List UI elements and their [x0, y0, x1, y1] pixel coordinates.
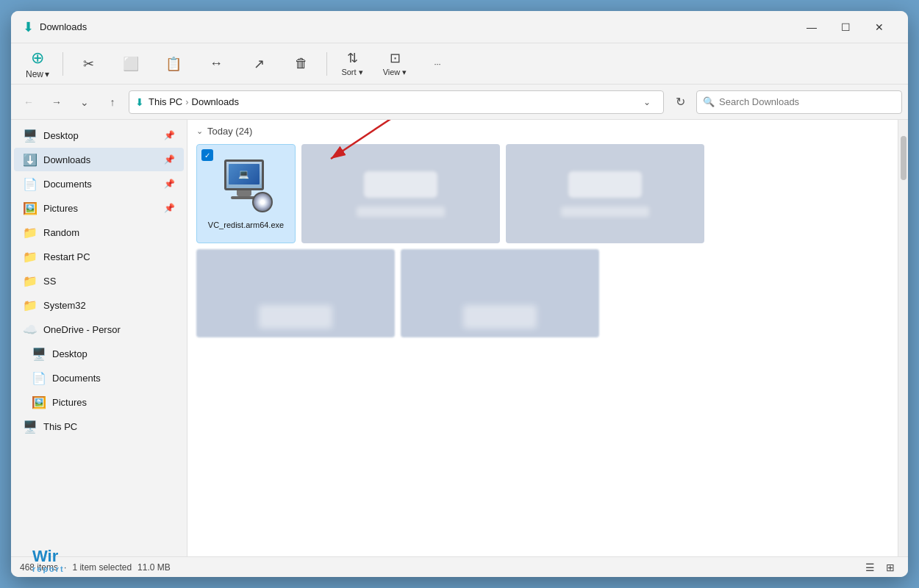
refresh-button[interactable]: ↻ — [668, 90, 692, 114]
grid-view-button[interactable]: ⊞ — [882, 559, 899, 576]
sidebar-label-documents: Documents — [43, 179, 158, 190]
sidebar-label-downloads: Downloads — [43, 154, 158, 165]
onedrive-icon: ☁️ — [23, 323, 37, 337]
view-button[interactable]: ⊡ View ▾ — [374, 47, 415, 81]
sidebar-label-this-pc: This PC — [43, 421, 175, 432]
delete-button[interactable]: 🗑 — [281, 47, 322, 81]
address-downloads-icon: ⬇ — [135, 96, 144, 108]
pin-icon-documents: 📌 — [164, 179, 175, 189]
file-name-vcredist: VC_redist.arm64.exe — [208, 220, 284, 230]
system32-icon: 📁 — [23, 298, 37, 312]
sidebar-label-pictures2: Pictures — [52, 397, 175, 408]
path-sep-1: › — [185, 96, 188, 107]
sidebar-label-desktop2: Desktop — [52, 348, 175, 359]
sidebar-item-desktop[interactable]: 🖥️ Desktop 📌 — [14, 123, 184, 147]
status-selection: 1 item selected — [72, 562, 132, 573]
up-button[interactable]: ↑ — [101, 90, 124, 114]
toolbar-separator-1 — [62, 52, 63, 76]
blurred-file-3[interactable] — [196, 249, 395, 337]
path-downloads: Downloads — [192, 96, 239, 107]
toolbar-separator-2 — [326, 52, 327, 76]
close-button[interactable]: ✕ — [862, 15, 896, 39]
delete-icon: 🗑 — [295, 56, 308, 71]
share-icon: ↗ — [254, 56, 265, 72]
search-box[interactable]: 🔍 — [696, 90, 902, 114]
sidebar-label-pictures: Pictures — [43, 203, 158, 214]
more-button[interactable]: ··· — [417, 47, 458, 81]
rename-icon: ↔ — [210, 56, 223, 71]
files-grid: ✓ 💻 — [196, 144, 889, 243]
search-input[interactable] — [719, 96, 895, 107]
sidebar-item-ss[interactable]: 📁 SS — [14, 269, 184, 293]
file-icon-vcredist: 💻 — [217, 157, 276, 215]
window-controls: — ☐ ✕ — [795, 15, 896, 39]
forward-button[interactable]: → — [45, 90, 68, 114]
address-bar[interactable]: ⬇ This PC › Downloads ⌄ — [129, 90, 664, 114]
ss-icon: 📁 — [23, 274, 37, 288]
sort-icon: ⇅ — [347, 50, 358, 66]
watermark: Wir report — [32, 548, 65, 573]
back-button[interactable]: ← — [17, 90, 40, 114]
restart-pc-icon: 📁 — [23, 250, 37, 264]
blurred-icon-1 — [364, 171, 437, 198]
new-label: New ▾ — [26, 69, 49, 79]
sidebar-label-documents2: Documents — [52, 373, 175, 384]
sidebar-item-system32[interactable]: 📁 System32 — [14, 293, 184, 317]
address-chevron-button[interactable]: ⌄ — [637, 92, 657, 112]
watermark-report-text: report — [32, 564, 65, 573]
blurred-files-row — [301, 144, 704, 243]
status-size: 11.0 MB — [137, 562, 171, 573]
paste-button[interactable]: 📋 — [153, 47, 194, 81]
recent-button[interactable]: ⌄ — [73, 90, 96, 114]
watermark-wr-text: Wir — [32, 548, 58, 564]
sidebar-item-random[interactable]: 📁 Random — [14, 220, 184, 244]
path-this-pc: This PC — [149, 96, 182, 107]
file-checkbox: ✓ — [201, 149, 213, 161]
scrollbar-thumb[interactable] — [901, 136, 907, 180]
cut-icon: ✂ — [83, 56, 94, 72]
maximize-button[interactable]: ☐ — [829, 15, 862, 39]
sidebar-item-downloads[interactable]: ⬇️ Downloads 📌 — [14, 148, 184, 171]
share-button[interactable]: ↗ — [238, 47, 279, 81]
more-label: ··· — [434, 60, 440, 68]
title-bar: ⬇ Downloads — ☐ ✕ — [11, 11, 908, 43]
copy-button[interactable]: ⬜ — [110, 47, 151, 81]
window-title: Downloads — [40, 21, 795, 32]
view-label: View ▾ — [383, 68, 407, 77]
documents2-icon: 📄 — [32, 371, 46, 385]
address-bar-area: ← → ⌄ ↑ ⬇ This PC › Downloads ⌄ ↻ 🔍 — [11, 85, 908, 120]
blurred-file-1[interactable] — [301, 144, 500, 243]
file-area: ⌄ Today (24) ✓ — [187, 120, 898, 343]
rename-button[interactable]: ↔ — [196, 47, 237, 81]
cut-button[interactable]: ✂ — [68, 47, 109, 81]
sidebar-item-pictures2[interactable]: 🖼️ Pictures — [14, 390, 184, 414]
sort-label: Sort ▾ — [341, 68, 362, 77]
sidebar-item-desktop2[interactable]: 🖥️ Desktop — [14, 342, 184, 365]
view-icon: ⊡ — [390, 50, 401, 66]
random-icon: 📁 — [23, 226, 37, 240]
group-header-today[interactable]: ⌄ Today (24) — [196, 126, 889, 137]
sidebar-label-ss: SS — [43, 276, 175, 287]
scrollbar-track[interactable] — [898, 120, 908, 556]
sidebar-item-this-pc[interactable]: 🖥️ This PC — [14, 415, 184, 438]
sidebar-item-restart-pc[interactable]: 📁 Restart PC — [14, 245, 184, 268]
sort-button[interactable]: ⇅ Sort ▾ — [332, 47, 373, 81]
chevron-down-icon: ⌄ — [196, 126, 203, 136]
blurred-file-2[interactable] — [506, 144, 704, 243]
downloads-sidebar-icon: ⬇️ — [23, 153, 37, 167]
details-view-button[interactable]: ☰ — [861, 559, 879, 576]
copy-icon: ⬜ — [123, 56, 139, 72]
desktop-icon: 🖥️ — [23, 129, 37, 143]
sidebar-item-documents[interactable]: 📄 Documents 📌 — [14, 172, 184, 196]
new-icon: ⊕ — [31, 49, 44, 68]
downloads-icon: ⬇ — [23, 19, 34, 35]
sidebar-item-pictures[interactable]: 🖼️ Pictures 📌 — [14, 196, 184, 220]
sidebar-item-onedrive[interactable]: ☁️ OneDrive - Persor — [14, 318, 184, 341]
sidebar-item-documents2[interactable]: 📄 Documents — [14, 366, 184, 390]
minimize-button[interactable]: — — [795, 15, 829, 39]
file-item-vcredist[interactable]: ✓ 💻 — [196, 144, 296, 243]
group-label: Today (24) — [207, 126, 252, 137]
desktop2-icon: 🖥️ — [32, 347, 46, 361]
new-button[interactable]: ⊕ New ▾ — [17, 47, 58, 81]
blurred-file-4[interactable] — [401, 249, 599, 337]
